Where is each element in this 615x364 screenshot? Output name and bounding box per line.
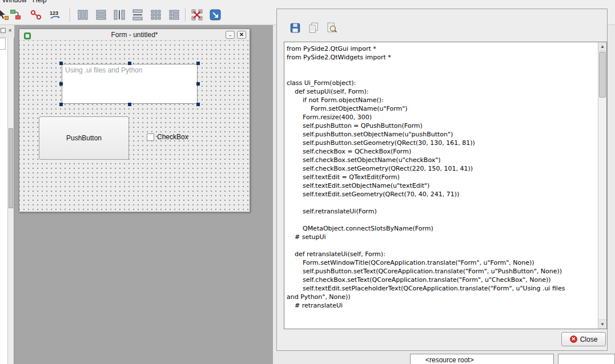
toolbar-separator [70, 8, 71, 22]
layout-form-icon[interactable] [167, 7, 182, 22]
checkbox-label: CheckBox [157, 133, 188, 141]
edit-buddies-icon[interactable] [29, 7, 43, 22]
scrollbar-thumb[interactable] [599, 52, 606, 98]
widget-box-list[interactable] [0, 38, 7, 364]
selection-handle[interactable] [128, 103, 131, 106]
selection-handle[interactable] [196, 62, 200, 65]
selection-handle[interactable] [59, 62, 63, 65]
svg-text:123: 123 [50, 10, 58, 16]
textedit-placeholder: Using .ui files and Python [65, 66, 194, 74]
scroll-up-icon[interactable]: ▲ [598, 42, 606, 51]
qt-designer-app: Window Help 123 [0, 0, 615, 364]
layout-split-vertical-icon[interactable] [130, 7, 145, 22]
dock-float-icon[interactable] [1, 28, 6, 33]
close-button[interactable]: ✕ Close [561, 332, 606, 346]
break-layout-icon[interactable] [190, 7, 204, 22]
close-circle-icon: ✕ [570, 335, 577, 343]
save-icon[interactable] [288, 21, 302, 34]
layout-split-horizontal-icon[interactable] [112, 7, 127, 22]
layout-grid-icon[interactable] [148, 7, 163, 22]
resource-root-item[interactable]: <resource root> [410, 354, 554, 364]
menu-bar: Window Help [0, 0, 615, 5]
code-scrollbar[interactable]: ▲ ▼ [598, 42, 606, 329]
edit-signals-slots-icon[interactable] [8, 7, 23, 22]
scrollbar-thumb[interactable] [9, 128, 13, 208]
dock-close-icon[interactable]: ✕ [7, 28, 13, 33]
close-window-button[interactable]: ✕ [237, 31, 246, 39]
form-window-titlebar[interactable]: Form - untitled* - ✕ [19, 29, 250, 41]
resource-root-label: <resource root> [425, 356, 474, 364]
resource-panel-fragment [558, 354, 615, 364]
layout-vertical-icon[interactable] [94, 7, 108, 22]
selection-handle[interactable] [59, 103, 63, 106]
minimize-button[interactable]: - [226, 31, 235, 39]
close-button-label: Close [580, 335, 598, 343]
selection-handle[interactable] [196, 103, 200, 106]
selection-handle[interactable] [196, 82, 200, 86]
form-window-title: Form - untitled* [19, 31, 250, 39]
code-view-box: from PySide2.QtGui import * from PySide2… [284, 42, 607, 329]
selection-handle[interactable] [59, 82, 63, 86]
pushbutton-label: PushButton [66, 134, 102, 142]
form-canvas[interactable]: Using .ui files and Python PushButton Ch… [19, 41, 250, 212]
copy-icon[interactable] [307, 21, 320, 34]
form-editor-window: Form - untitled* - ✕ Using .ui files and… [19, 29, 250, 212]
selection-handle[interactable] [128, 62, 131, 65]
layout-horizontal-icon[interactable] [75, 7, 90, 22]
code-preview-dialog: from PySide2.QtGui import * from PySide2… [276, 9, 608, 351]
scroll-down-icon[interactable]: ▼ [598, 319, 606, 329]
checkbox-widget[interactable]: CheckBox [147, 133, 188, 141]
menu-help[interactable]: Help [33, 0, 47, 4]
menu-window[interactable]: Window [2, 0, 27, 4]
adjust-size-icon[interactable] [208, 7, 223, 22]
widget-box-dock-titlebar: ✕ [0, 25, 14, 38]
find-icon[interactable] [325, 21, 338, 34]
code-view[interactable]: from PySide2.QtGui import * from PySide2… [284, 42, 598, 329]
widget-box-scrollbar[interactable] [7, 38, 14, 364]
toolbar-separator [185, 8, 186, 22]
textedit-widget[interactable]: Using .ui files and Python [62, 64, 198, 104]
pushbutton-widget[interactable]: PushButton [39, 116, 129, 160]
checkbox-box[interactable] [147, 134, 154, 141]
widget-filter-input[interactable] [0, 38, 6, 50]
edit-tab-order-icon[interactable]: 123 [48, 7, 63, 22]
